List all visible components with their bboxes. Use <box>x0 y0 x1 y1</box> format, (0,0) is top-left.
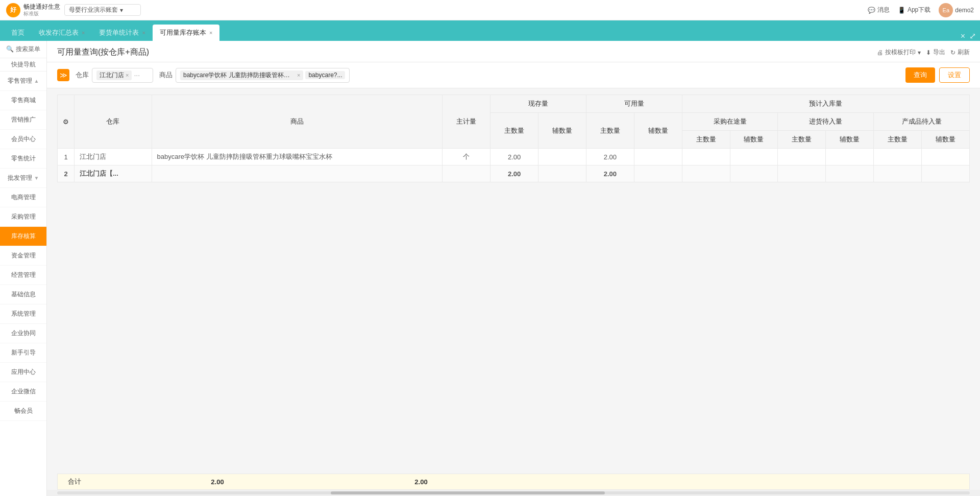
col-purchase-transit-aux-header: 辅数量 <box>730 131 778 149</box>
user-menu-button[interactable]: Ea demo2 <box>939 3 974 17</box>
row-1-unit: 个 <box>443 149 491 166</box>
tab-close-available-stock[interactable]: × <box>209 30 212 36</box>
row-1-prp-aux <box>922 149 970 166</box>
col-stock-main-header: 主数量 <box>491 113 538 149</box>
tab-close-receipt-summary[interactable]: × <box>82 30 85 36</box>
col-stock-group-header: 现存量 <box>491 95 586 113</box>
warehouse-filter-label: 仓库 <box>76 70 89 80</box>
table-row: 1 江北门店 babycare学饮杯 儿童防摔防撞吸管杯重力球吸嘴杯宝宝水杯 个… <box>58 149 970 166</box>
row-1-prp-main <box>874 149 922 166</box>
col-purchase-transit-main-header: 主数量 <box>682 131 730 149</box>
row-1-product: babycare学饮杯 儿童防摔防撞吸管杯重力球吸嘴杯宝宝水杯 <box>152 149 443 166</box>
row-1-pp-aux <box>826 149 874 166</box>
col-purchase-pending-main-header: 主数量 <box>778 131 826 149</box>
product-filter-label: 商品 <box>159 70 173 80</box>
logo-icon: 好 <box>6 3 20 17</box>
template-print-button[interactable]: 🖨 按模板打印 ▾ <box>877 48 921 57</box>
filter-product-group: 商品 babycare学饮杯 儿童防摔防撞吸管杯重力球吸嘴杯宝宝水杯 × bab… <box>159 68 350 83</box>
content-area: 可用量查询(按仓库+商品) 🖨 按模板打印 ▾ ⬇ 导出 ↻ 刷新 ≫ <box>47 41 980 496</box>
row-1-warehouse: 江北门店 <box>75 149 152 166</box>
filter-toggle-button[interactable]: ≫ <box>57 69 69 81</box>
refresh-button[interactable]: ↻ 刷新 <box>950 48 970 57</box>
sidebar: 🔍 搜索菜单 快捷导航 零售管理 ▲ 零售商城 营销推广 会员中心 零售统计 批… <box>0 41 47 496</box>
settings-col-icon: ⚙ <box>63 118 69 126</box>
query-button[interactable]: 查询 <box>905 67 935 83</box>
top-bar-left: 好 畅捷通好生意 标准版 母婴行业演示账套 ▾ <box>6 3 141 17</box>
tab-close-order-stats[interactable]: × <box>142 30 145 36</box>
sidebar-item-enterprise-coop[interactable]: 企业协同 <box>0 324 46 343</box>
col-main-unit-header: 主计量 <box>443 95 491 149</box>
chevron-down-icon: ▾ <box>120 7 123 14</box>
sidebar-item-retail-stats[interactable]: 零售统计 <box>0 149 46 169</box>
horizontal-scrollbar[interactable] <box>57 491 970 494</box>
row-2-avail-aux <box>634 166 682 182</box>
sidebar-item-vip-member[interactable]: 畅会员 <box>0 401 46 421</box>
tab-available-stock[interactable]: 可用量库存账本 × <box>153 25 219 41</box>
warehouse-more-button[interactable]: ··· <box>134 71 140 79</box>
expand-button[interactable]: ⤢ <box>969 31 976 41</box>
export-icon: ⬇ <box>926 49 931 56</box>
page-title: 可用量查询(按仓库+商品) <box>57 47 149 58</box>
warehouse-filter-input[interactable]: 江北门店 × ··· <box>92 68 153 83</box>
sidebar-item-new-guide[interactable]: 新手引导 <box>0 343 46 363</box>
app-download-button[interactable]: 📱 App下载 <box>898 6 930 14</box>
row-1-stock-main: 2.00 <box>491 149 538 166</box>
page-actions: 🖨 按模板打印 ▾ ⬇ 导出 ↻ 刷新 <box>877 48 970 57</box>
sidebar-item-retail-mall[interactable]: 零售商城 <box>0 91 46 110</box>
sidebar-item-member-center[interactable]: 会员中心 <box>0 130 46 149</box>
row-1-pt-main <box>682 149 730 166</box>
footer-label: 合计 <box>63 477 150 486</box>
col-avail-aux-header: 辅数量 <box>634 113 682 149</box>
product-filter-input[interactable]: babycare学饮杯 儿童防摔防撞吸管杯重力球吸嘴杯宝宝水杯 × babyca… <box>176 68 350 83</box>
close-all-tabs-button[interactable]: × <box>961 32 965 41</box>
tab-order-stats[interactable]: 要货单统计表 × <box>92 25 152 41</box>
row-2-num: 2 <box>58 166 75 182</box>
warehouse-tag-close[interactable]: × <box>126 72 129 78</box>
col-stock-aux-header: 辅数量 <box>538 113 586 149</box>
download-icon: 📱 <box>898 7 905 14</box>
product-tag-1-close[interactable]: × <box>297 72 300 78</box>
col-production-pending-main-header: 主数量 <box>874 131 922 149</box>
row-1-pp-main <box>778 149 826 166</box>
nav-tabs: 首页 收发存汇总表 × 要货单统计表 × 可用量库存账本 × × ⤢ <box>0 20 980 41</box>
logo-area: 好 畅捷通好生意 标准版 <box>6 3 60 17</box>
message-button[interactable]: 💬 消息 <box>868 6 890 14</box>
scrollbar-area <box>47 490 980 496</box>
row-2-pt-aux <box>730 166 778 182</box>
chevron-icon: ▼ <box>34 175 39 181</box>
table-footer: 合计 2.00 2.00 <box>57 474 970 490</box>
tab-home[interactable]: 首页 <box>4 25 32 41</box>
data-table: ⚙ 仓库 商品 主计量 现存量 可用量 预计入库量 主数量 辅数量 主数量 辅数… <box>57 95 970 182</box>
sidebar-item-system-mgmt[interactable]: 系统管理 <box>0 304 46 324</box>
main-layout: 🔍 搜索菜单 快捷导航 零售管理 ▲ 零售商城 营销推广 会员中心 零售统计 批… <box>0 41 980 496</box>
sidebar-quick-nav[interactable]: 快捷导航 <box>0 58 46 72</box>
sidebar-item-finance-mgmt[interactable]: 资金管理 <box>0 246 46 266</box>
sidebar-item-operations-mgmt[interactable]: 经营管理 <box>0 266 46 285</box>
sidebar-item-basic-info[interactable]: 基础信息 <box>0 285 46 304</box>
tab-receipt-summary[interactable]: 收发存汇总表 × <box>32 25 92 41</box>
sidebar-item-purchase-mgmt[interactable]: 采购管理 <box>0 207 46 227</box>
page-header: 可用量查询(按仓库+商品) 🖨 按模板打印 ▾ ⬇ 导出 ↻ 刷新 <box>47 41 980 62</box>
settings-button[interactable]: 设置 <box>939 67 970 83</box>
sidebar-item-app-center[interactable]: 应用中心 <box>0 363 46 382</box>
row-2-stock-main: 2.00 <box>491 166 538 182</box>
industry-selector[interactable]: 母婴行业演示账套 ▾ <box>64 4 141 16</box>
col-settings-header[interactable]: ⚙ <box>58 95 75 149</box>
sidebar-item-inventory-check[interactable]: 库存核算 <box>0 227 46 246</box>
filter-actions: 查询 设置 <box>905 67 970 83</box>
logo-text: 畅捷通好生意 标准版 <box>23 3 60 16</box>
sidebar-search[interactable]: 🔍 搜索菜单 <box>0 41 46 58</box>
export-button[interactable]: ⬇ 导出 <box>926 48 945 57</box>
scrollbar-thumb[interactable] <box>331 491 604 494</box>
sidebar-item-retail-mgmt[interactable]: 零售管理 ▲ <box>0 72 46 91</box>
sidebar-item-enterprise-wechat[interactable]: 企业微信 <box>0 382 46 401</box>
sidebar-item-marketing[interactable]: 营销推广 <box>0 110 46 130</box>
col-production-pending-group-header: 产成品待入量 <box>874 113 970 131</box>
avatar: Ea <box>939 3 953 17</box>
row-2-product <box>152 166 443 182</box>
col-production-pending-aux-header: 辅数量 <box>922 131 970 149</box>
sidebar-item-ecommerce-mgmt[interactable]: 电商管理 <box>0 188 46 207</box>
row-2-stock-aux <box>538 166 586 182</box>
sidebar-item-wholesale-mgmt[interactable]: 批发管理 ▼ <box>0 169 46 188</box>
message-icon: 💬 <box>868 7 875 14</box>
